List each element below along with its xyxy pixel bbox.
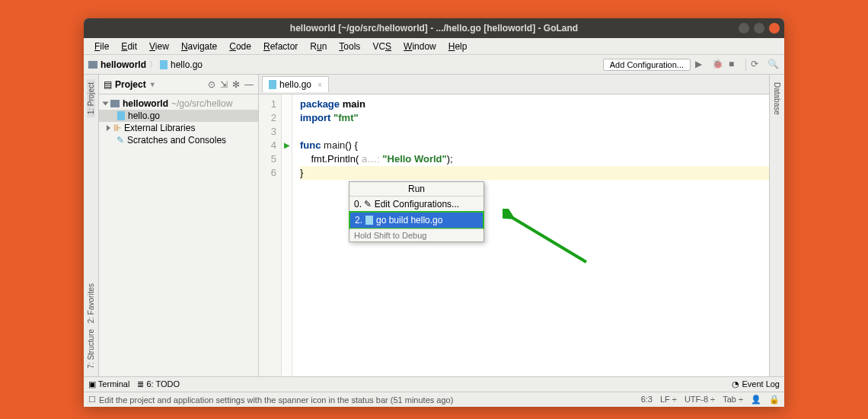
popup-title: Run: [349, 182, 483, 197]
lock-icon[interactable]: 🔒: [769, 395, 780, 405]
go-file-icon: [365, 216, 373, 225]
gear-icon[interactable]: ✻: [232, 79, 240, 90]
project-view-icon: ▤: [104, 79, 112, 90]
hide-icon[interactable]: —: [244, 79, 254, 90]
param-hint: a…:: [362, 153, 380, 165]
line-number: 6: [259, 166, 276, 180]
tree-file-label: hello.go: [128, 110, 160, 121]
menu-vcs[interactable]: VCS: [368, 40, 396, 53]
debug-icon[interactable]: 🐞: [712, 59, 724, 71]
toolbar-right: Add Configuration... ▶ 🐞 ■ ⟳ 🔍: [603, 59, 780, 71]
tree-scratches[interactable]: ✎ Scratches and Consoles: [99, 134, 258, 146]
tree-root-label: helloworld: [123, 98, 168, 109]
maximize-icon[interactable]: [754, 23, 764, 34]
popup-hint: Hold Shift to Debug: [349, 229, 483, 241]
code-frag: }: [300, 166, 769, 180]
go-file-icon: [117, 111, 125, 120]
editor-tab-hello[interactable]: hello.go ×: [262, 76, 329, 92]
window-title: helloworld [~/go/src/helloworld] - .../h…: [290, 23, 578, 34]
tab-project[interactable]: 1: Project: [87, 79, 95, 117]
code-frag: () {: [345, 139, 358, 151]
run-popup: Run 0. ✎ Edit Configurations... 2. go bu…: [349, 181, 484, 242]
popup-item-label: go build hello.go: [376, 215, 442, 225]
string-literal: "Hello World": [380, 153, 447, 165]
line-number-gutter: 1 2 3 4 5 6: [259, 94, 282, 376]
tab-structure[interactable]: 7: Structure: [87, 326, 95, 372]
tab-label: hello.go: [279, 79, 311, 90]
expand-icon[interactable]: [107, 125, 110, 131]
encoding[interactable]: UTF-8 ÷: [685, 395, 715, 405]
minimize-icon[interactable]: [739, 23, 749, 34]
libs-icon: ⊪: [113, 123, 121, 133]
func-name: main: [324, 139, 345, 151]
event-log-button[interactable]: ◔ Event Log: [732, 379, 780, 389]
todo-button[interactable]: ≣ 6: TODO: [137, 379, 180, 389]
chevron-down-icon[interactable]: ▼: [149, 81, 156, 88]
breadcrumb-file[interactable]: hello.go: [171, 59, 203, 70]
menu-help[interactable]: Help: [444, 40, 472, 53]
tree-file-hello[interactable]: hello.go: [99, 110, 258, 122]
string-literal: "fmt": [333, 112, 359, 123]
tab-favorites[interactable]: 2: Favorites: [87, 280, 95, 326]
menu-run[interactable]: Run: [305, 40, 331, 53]
tree-external-libs[interactable]: ⊪ External Libraries: [99, 122, 258, 134]
terminal-button[interactable]: ▣ Terminal: [88, 379, 129, 389]
expand-icon[interactable]: [103, 102, 109, 106]
go-file-icon: [160, 60, 168, 69]
search-icon[interactable]: 🔍: [767, 59, 780, 71]
popup-edit-configs[interactable]: 0. ✎ Edit Configurations...: [349, 197, 483, 212]
keyword: import: [300, 112, 330, 123]
chevron-right-icon: 〉: [149, 59, 157, 70]
left-tool-gutter: 1: Project 2: Favorites 7: Structure: [84, 75, 99, 376]
folder-icon: [88, 61, 97, 69]
popup-go-build[interactable]: 2. go build hello.go: [349, 211, 484, 229]
window-controls: [739, 23, 780, 34]
status-collapse-icon[interactable]: ☐: [88, 395, 96, 405]
line-number: 5: [259, 152, 276, 166]
project-tree: helloworld ~/go/src/hellow hello.go ⊪ Ex…: [99, 94, 258, 149]
menu-code[interactable]: Code: [225, 40, 256, 53]
breadcrumb: helloworld 〉 hello.go: [88, 59, 203, 70]
breadcrumb-root[interactable]: helloworld: [101, 59, 146, 70]
menu-window[interactable]: Window: [399, 40, 441, 53]
project-panel: ▤ Project ▼ ⊙ ⇲ ✻ — helloworld ~/go/src/…: [99, 75, 259, 376]
run-icon[interactable]: ▶: [695, 59, 707, 71]
menu-tools[interactable]: Tools: [334, 40, 365, 53]
inspections-icon[interactable]: 👤: [751, 395, 761, 405]
menu-refactor[interactable]: Refactor: [259, 40, 302, 53]
tab-database[interactable]: Database: [773, 79, 781, 118]
menu-view[interactable]: View: [145, 40, 174, 53]
tree-scratches-label: Scratches and Consoles: [127, 135, 226, 146]
titlebar: helloworld [~/go/src/helloworld] - .../h…: [84, 18, 784, 38]
statusbar: ☐ Edit the project and application setti…: [84, 392, 784, 407]
run-line-icon[interactable]: ▶: [282, 139, 292, 152]
line-number: 3: [259, 125, 276, 139]
locate-icon[interactable]: ⊙: [208, 79, 215, 90]
indent[interactable]: Tab ÷: [723, 395, 743, 405]
code-editor[interactable]: 1 2 3 4 5 6 ▶ package main import "fmt" …: [259, 94, 769, 376]
tree-root[interactable]: helloworld ~/go/src/hellow: [99, 98, 258, 110]
run-gutter: ▶: [282, 94, 292, 376]
menu-navigate[interactable]: Navigate: [177, 40, 222, 53]
add-configuration-button[interactable]: Add Configuration...: [603, 59, 691, 71]
stop-icon[interactable]: ■: [729, 59, 741, 71]
code-frag: );: [447, 153, 453, 165]
caret-position[interactable]: 6:3: [641, 395, 653, 405]
menu-edit[interactable]: Edit: [116, 40, 142, 53]
line-ending[interactable]: LF ÷: [660, 395, 677, 405]
tree-root-path: ~/go/src/hellow: [171, 98, 232, 109]
close-icon[interactable]: [769, 23, 780, 34]
update-icon[interactable]: ⟳: [751, 59, 763, 71]
collapse-icon[interactable]: ⇲: [220, 79, 228, 90]
keyword: package: [300, 98, 340, 110]
go-file-icon: [269, 80, 276, 89]
menu-file[interactable]: File: [90, 40, 113, 53]
project-panel-title[interactable]: Project: [115, 79, 146, 90]
folder-icon: [110, 100, 120, 107]
line-number: 2: [259, 111, 276, 125]
project-panel-header: ▤ Project ▼ ⊙ ⇲ ✻ —: [99, 75, 258, 94]
editor-tabs: hello.go ×: [259, 75, 769, 94]
close-tab-icon[interactable]: ×: [318, 81, 322, 89]
right-tool-gutter: Database: [769, 75, 784, 376]
nav-toolbar: helloworld 〉 hello.go Add Configuration.…: [84, 55, 784, 75]
